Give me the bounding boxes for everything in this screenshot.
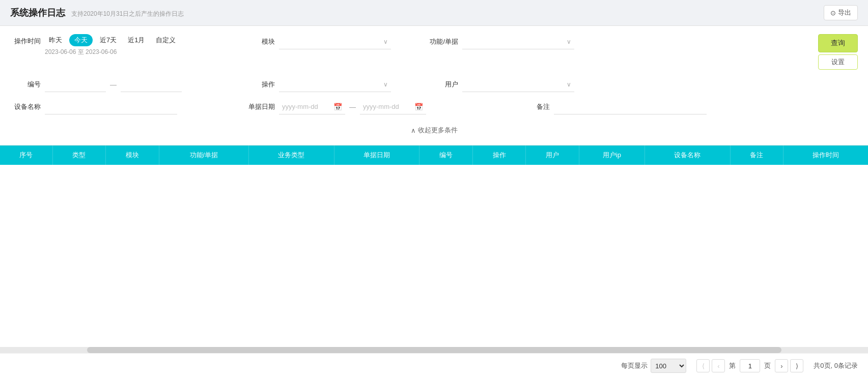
header-left: 系统操作日志 支持2020年10月31日之后产生的操作日志 [10,7,184,19]
filter-row-2: 编号 — 操作 ∨ 用户 [10,77,858,92]
operation-label: 操作 [244,80,275,89]
table-header-row: 序号 类型 模块 功能/单据 业务类型 单据日期 编号 操作 用户 用户ip 设… [0,146,868,165]
date-to-wrapper: 📅 [360,99,426,114]
page-size-wrapper: 每页显示 100 50 200 500 [621,359,686,373]
next-page-btn[interactable]: › [775,359,788,372]
data-table: 序号 类型 模块 功能/单据 业务类型 单据日期 编号 操作 用户 用户ip 设… [0,146,868,343]
empty-row [0,165,868,343]
page-number-input[interactable] [740,359,760,372]
page-unit: 页 [764,361,771,370]
page-size-select[interactable]: 100 50 200 500 [651,359,686,373]
settings-button[interactable]: 设置 [818,54,858,70]
col-user-ip: 用户ip [579,146,645,165]
user-select[interactable] [462,77,574,92]
prev-page-btn[interactable]: ‹ [712,359,725,372]
device-label: 设备名称 [10,102,41,111]
horizontal-scrollbar[interactable] [0,347,868,353]
date-from-wrapper: 📅 [279,99,345,114]
page-size-label: 每页显示 [621,361,648,370]
module-select[interactable] [279,34,391,49]
number-label: 编号 [10,80,41,89]
col-seq: 序号 [0,146,52,165]
total-label: 共0页, 0条记录 [814,361,858,370]
time-yesterday-btn[interactable]: 昨天 [45,34,66,46]
col-func: 功能/单据 [159,146,248,165]
time-custom-btn[interactable]: 自定义 [152,34,180,46]
export-icon: ⊙ [830,9,836,17]
page-header: 系统操作日志 支持2020年10月31日之后产生的操作日志 ⊙ 导出 [0,0,868,26]
time-last7-btn[interactable]: 近7天 [96,34,121,46]
number-input-to[interactable] [121,77,182,92]
number-input-from[interactable] [45,77,106,92]
remark-input[interactable] [554,99,707,114]
col-user: 用户 [526,146,579,165]
time-options: 昨天 今天 近7天 近1月 自定义 [45,34,180,46]
date-dash: — [349,103,356,111]
user-label: 用户 [428,80,458,89]
number-dash: — [110,81,117,89]
calendar-to-icon[interactable]: 📅 [414,103,423,111]
col-operation: 操作 [472,146,525,165]
col-voucher-date: 单据日期 [334,146,419,165]
func-label: 功能/单据 [428,37,458,46]
module-select-wrapper: ∨ [279,34,391,49]
filter-area: 操作时间 昨天 今天 近7天 近1月 自定义 2023-06-06 至 2023… [0,26,868,146]
table-header: 序号 类型 模块 功能/单据 业务类型 单据日期 编号 操作 用户 用户ip 设… [0,146,868,165]
action-buttons: 查询 设置 [818,34,858,70]
operation-select[interactable] [279,77,391,92]
func-select[interactable] [462,34,574,49]
scrollbar-thumb[interactable] [87,347,781,353]
export-label: 导出 [838,8,851,17]
query-button[interactable]: 查询 [818,34,858,52]
voucher-date-label: 单据日期 [244,102,275,111]
col-remark: 备注 [730,146,783,165]
col-biz-type: 业务类型 [249,146,334,165]
collapse-row: ∧ 收起更多条件 [10,122,858,137]
time-col: 昨天 今天 近7天 近1月 自定义 2023-06-06 至 2023-06-0… [45,34,180,56]
time-today-btn[interactable]: 今天 [69,34,93,46]
time-last1month-btn[interactable]: 近1月 [124,34,149,46]
table-container: 序号 类型 模块 功能/单据 业务类型 单据日期 编号 操作 用户 用户ip 设… [0,146,868,347]
operation-select-wrapper: ∨ [279,77,391,92]
col-device: 设备名称 [645,146,730,165]
module-label: 模块 [244,37,275,46]
last-page-btn[interactable]: ⟩ [790,359,803,372]
collapse-button[interactable]: ∧ 收起更多条件 [411,126,458,135]
col-number: 编号 [419,146,472,165]
collapse-icon: ∧ [411,127,416,134]
pagination-bar: 每页显示 100 50 200 500 ⟨ ‹ 第 页 › ⟩ 共0页, 0条记… [0,353,868,378]
first-page-btn[interactable]: ⟨ [696,359,710,372]
func-select-wrapper: ∨ [462,34,574,49]
page-title: 系统操作日志 [10,7,65,19]
collapse-label: 收起更多条件 [418,126,458,135]
col-op-time: 操作时间 [783,146,868,165]
page-label: 第 [729,361,736,370]
user-select-wrapper: ∨ [462,77,574,92]
col-module: 模块 [106,146,159,165]
col-type: 类型 [52,146,105,165]
pagination-nav: ⟨ ‹ 第 页 › ⟩ [696,359,803,372]
time-range-text: 2023-06-06 至 2023-06-06 [45,48,180,56]
table-body [0,165,868,343]
time-label: 操作时间 [10,37,41,46]
page-subtitle: 支持2020年10月31日之后产生的操作日志 [71,10,184,18]
filter-row-1: 操作时间 昨天 今天 近7天 近1月 自定义 2023-06-06 至 2023… [10,34,858,70]
filter-row-3: 设备名称 单据日期 📅 — 📅 备注 [10,99,858,114]
remark-label: 备注 [519,102,550,111]
export-button[interactable]: ⊙ 导出 [824,5,858,20]
calendar-from-icon[interactable]: 📅 [333,103,342,111]
device-input[interactable] [45,99,177,114]
